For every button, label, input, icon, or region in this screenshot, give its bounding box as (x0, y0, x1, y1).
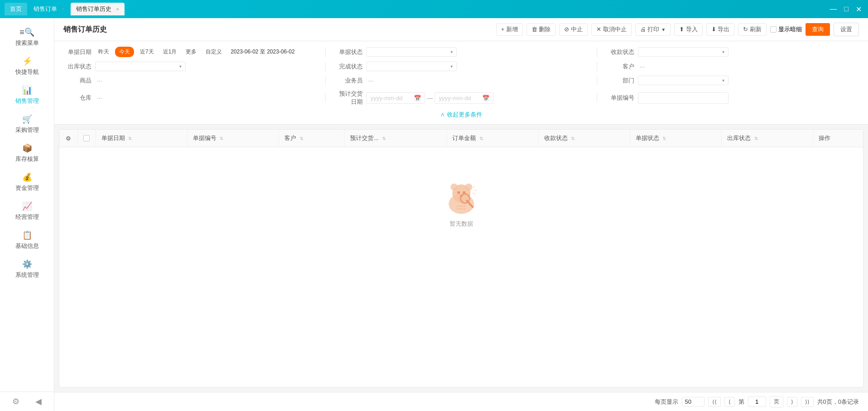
delivery-date-to-placeholder: yyyy-mm-dd (439, 95, 471, 102)
sidebar-item-sys-mgmt[interactable]: ⚙️ 系统管理 (0, 255, 54, 284)
th-order-status[interactable]: 单据状态 ⇅ (630, 130, 721, 147)
sidebar-item-operations[interactable]: 📈 经营管理 (0, 197, 54, 226)
stock-out-status-select[interactable]: ▾ (95, 62, 186, 71)
sidebar-item-basic-info[interactable]: 📋 基础信息 (0, 226, 54, 255)
th-customer-sort-icon[interactable]: ⇅ (300, 136, 303, 141)
warehouse-label: 仓库 (63, 94, 95, 102)
th-settings[interactable]: ⚙ (59, 130, 77, 147)
empty-text: 暂无数据 (450, 220, 473, 228)
display-cols-checkbox-wrap[interactable]: 显示暗细 (770, 25, 802, 34)
sidebar-bottom: ⚙ ◀ (0, 392, 54, 411)
th-date-sort-icon[interactable]: ⇅ (128, 136, 132, 141)
refresh-button[interactable]: ↻ 刷新 (738, 23, 767, 36)
th-date-label: 单据日期 (101, 135, 125, 141)
order-status-select[interactable]: ▾ (366, 47, 457, 57)
print-button[interactable]: 🖨 打印 ▼ (635, 23, 671, 36)
empty-state-row: 暂无数据 (59, 147, 863, 256)
goods-ellipsis[interactable]: ··· (95, 77, 104, 84)
cancel-stop-button[interactable]: ✕ 取消中止 (591, 23, 632, 36)
date-btn-more[interactable]: 更多 (182, 47, 200, 57)
date-btn-today[interactable]: 今天 (115, 47, 134, 57)
query-button[interactable]: 查询 (806, 23, 830, 36)
salesperson-ellipsis[interactable]: ··· (366, 77, 375, 84)
th-customer-label: 客户 (284, 135, 296, 141)
sales-order-tab-label: 销售订单 (34, 5, 57, 13)
date-btn-last-month[interactable]: 近1月 (160, 47, 180, 57)
stock-out-status-label: 出库状态 (63, 63, 95, 71)
customer-ellipsis[interactable]: ··· (638, 63, 647, 70)
refresh-button-label: ↻ 刷新 (743, 25, 762, 34)
filter-row-3: 商品 ··· 业务员 ··· 部门 ▾ (63, 76, 859, 85)
warehouse-ellipsis[interactable]: ··· (95, 94, 104, 102)
date-btn-yesterday[interactable]: 昨天 (95, 47, 112, 57)
payment-status-label: 收款状态 (606, 48, 638, 56)
header-checkbox[interactable] (83, 135, 90, 141)
order-no-input[interactable] (638, 92, 729, 104)
department-label: 部门 (606, 77, 638, 85)
close-button[interactable]: ✕ (854, 4, 863, 15)
next-page-button[interactable]: ⟩ (787, 397, 797, 407)
import-button[interactable]: ⬆ 导入 (674, 23, 703, 36)
settings-button[interactable]: 设置 (834, 23, 859, 36)
th-order-status-sort-icon[interactable]: ⇅ (662, 136, 666, 141)
display-cols-checkbox[interactable] (770, 26, 777, 33)
sidebar-item-quick-nav[interactable]: ⚡ 快捷导航 (0, 52, 54, 81)
first-page-button[interactable]: ⟨⟨ (708, 397, 721, 407)
tab-home[interactable]: 首页 (5, 3, 27, 15)
page-number-input[interactable] (748, 396, 766, 407)
page-label: 第 (739, 398, 744, 406)
date-btn-custom[interactable]: 自定义 (202, 47, 225, 57)
sales-order-history-tab-close[interactable]: × (116, 6, 119, 12)
page-size-select[interactable]: 10 20 50 100 (682, 397, 705, 406)
maximize-button[interactable]: □ (842, 4, 850, 14)
sidebar-item-search-menu[interactable]: ≡🔍 搜索菜单 (0, 23, 54, 52)
new-button[interactable]: + 新增 (496, 23, 523, 36)
department-control: ▾ (638, 76, 859, 85)
inventory-icon: 📦 (22, 143, 32, 153)
delivery-date-from-input[interactable]: yyyy-mm-dd 📅 (366, 92, 425, 104)
payment-status-arrow-icon: ▾ (722, 49, 724, 54)
finance-icon: 💰 (22, 172, 32, 182)
th-delivery-date-sort-icon[interactable]: ⇅ (382, 136, 386, 141)
tab-sales-order[interactable]: 销售订单 × (28, 3, 70, 15)
last-page-button[interactable]: ⟩⟩ (801, 397, 814, 407)
department-select[interactable]: ▾ (638, 76, 729, 85)
salesperson-control: ··· (366, 77, 587, 84)
th-payment-status-label: 收款状态 (544, 135, 568, 141)
th-amount-sort-icon[interactable]: ⇅ (480, 136, 483, 141)
stop-button[interactable]: ⊘ 中止 (559, 23, 588, 36)
prev-page-button[interactable]: ⟨ (724, 397, 735, 407)
print-dropdown-icon[interactable]: ▼ (661, 27, 666, 32)
sidebar-item-inventory[interactable]: 📦 库存核算 (0, 139, 54, 168)
th-payment-status[interactable]: 收款状态 ⇅ (538, 130, 630, 147)
delete-button[interactable]: 🗑 删除 (527, 23, 556, 36)
bottom-collapse-icon[interactable]: ◀ (35, 396, 42, 406)
top-bar: 首页 销售订单 × 销售订单历史 × — □ ✕ (0, 0, 868, 18)
date-btn-last7[interactable]: 近7天 (137, 47, 157, 57)
sales-order-tab-close[interactable]: × (62, 6, 64, 12)
bottom-settings-icon[interactable]: ⚙ (12, 396, 19, 406)
complete-status-select[interactable]: ▾ (366, 62, 457, 71)
delivery-date-to-input[interactable]: yyyy-mm-dd 📅 (435, 92, 494, 104)
th-delivery-date[interactable]: 预计交货... ⇅ (345, 130, 447, 147)
minimize-button[interactable]: — (828, 4, 839, 14)
export-button[interactable]: ⬇ 导出 (706, 23, 735, 36)
th-payment-status-sort-icon[interactable]: ⇅ (571, 136, 575, 141)
th-order-no[interactable]: 单据编号 ⇅ (187, 130, 278, 147)
th-date[interactable]: 单据日期 ⇅ (96, 130, 187, 147)
collapse-more-conditions[interactable]: ∧ 收起更多条件 (63, 111, 859, 119)
tab-sales-order-history[interactable]: 销售订单历史 × (71, 3, 124, 15)
th-customer[interactable]: 客户 ⇅ (278, 130, 344, 147)
payment-status-select[interactable]: ▾ (638, 47, 729, 57)
home-tab-label: 首页 (10, 5, 22, 13)
th-amount[interactable]: 订单金额 ⇅ (447, 130, 538, 147)
sidebar-item-purchase-mgmt[interactable]: 🛒 采购管理 (0, 110, 54, 139)
th-stock-out-status[interactable]: 出库状态 ⇅ (721, 130, 813, 147)
th-stock-out-status-sort-icon[interactable]: ⇅ (754, 136, 758, 141)
stop-button-label: ⊘ 中止 (564, 25, 583, 34)
purchase-mgmt-icon: 🛒 (22, 114, 32, 124)
order-no-label: 单据编号 (606, 94, 638, 102)
th-order-no-sort-icon[interactable]: ⇅ (220, 136, 223, 141)
sidebar-item-finance[interactable]: 💰 资金管理 (0, 168, 54, 197)
sidebar-item-sales-mgmt[interactable]: 📊 销售管理 (0, 81, 54, 110)
